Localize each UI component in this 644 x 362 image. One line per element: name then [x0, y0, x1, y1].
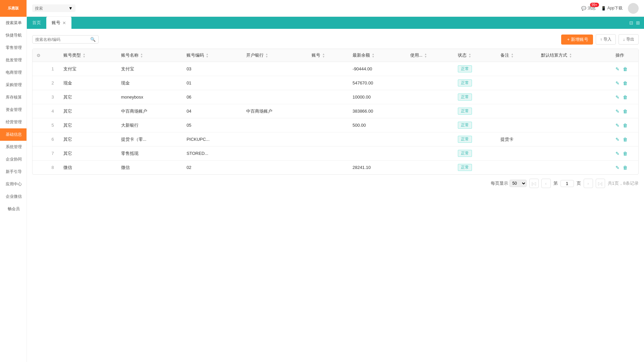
cell-usage	[406, 62, 454, 76]
cell-account	[308, 76, 348, 90]
next-page-button[interactable]: ›	[584, 179, 593, 188]
cell-note	[496, 118, 537, 132]
delete-icon[interactable]: 🗑	[623, 165, 628, 170]
cell-code: 01	[182, 76, 242, 90]
sidebar-item-wechat[interactable]: 企业微信	[0, 190, 26, 203]
add-account-button[interactable]: + 新增账号	[561, 35, 593, 45]
toolbar-right: + 新增账号 ↑ 导入 ↓ 导出	[561, 34, 639, 45]
cell-note	[496, 161, 537, 175]
col-type[interactable]: 账号类型 ▲▼	[59, 49, 117, 62]
cell-default-pay	[537, 146, 611, 161]
status-badge: 正常	[458, 136, 472, 143]
sidebar-item-retail[interactable]: 零售管理	[0, 42, 26, 54]
sidebar-item-app-center[interactable]: 应用中心	[0, 178, 26, 190]
maximize-icon[interactable]: ⊞	[636, 20, 640, 25]
sidebar-item-finance[interactable]: 资金管理	[0, 104, 26, 116]
edit-icon[interactable]: ✎	[615, 95, 620, 100]
cell-settings	[33, 76, 46, 90]
delete-icon[interactable]: 🗑	[623, 137, 628, 142]
user-avatar[interactable]	[628, 3, 639, 14]
col-num	[46, 49, 59, 62]
col-balance[interactable]: 最新余额 ▲▼	[348, 49, 406, 62]
col-bank[interactable]: 开户银行 ▲▼	[242, 49, 308, 62]
edit-icon[interactable]: ✎	[615, 123, 620, 128]
sidebar-item-search-menu[interactable]: 搜索菜单	[0, 17, 26, 29]
import-button[interactable]: ↑ 导入	[596, 34, 616, 45]
col-note[interactable]: 备注 ▲▼	[496, 49, 537, 62]
cell-num: 5	[46, 118, 59, 132]
delete-icon[interactable]: 🗑	[623, 66, 628, 72]
first-page-button[interactable]: |◁	[529, 179, 539, 188]
prev-page-button[interactable]: ‹	[541, 179, 551, 188]
sort-account-icon: ▲▼	[322, 53, 325, 58]
edit-icon[interactable]: ✎	[615, 80, 620, 86]
cell-balance	[348, 132, 406, 146]
export-icon: ↓	[623, 37, 625, 42]
delete-icon[interactable]: 🗑	[623, 151, 628, 156]
cell-usage	[406, 132, 454, 146]
edit-icon[interactable]: ✎	[615, 109, 620, 114]
sidebar-item-wholesale[interactable]: 批发管理	[0, 54, 26, 66]
cell-bank	[242, 161, 308, 175]
delete-icon[interactable]: 🗑	[623, 80, 628, 86]
export-button[interactable]: ↓ 导出	[619, 34, 639, 45]
sidebar-item-quick-nav[interactable]: 快捷导航	[0, 29, 26, 42]
topbar-left: ▼	[32, 4, 75, 12]
col-settings[interactable]: ⚙	[33, 49, 46, 62]
cell-type: 其它	[59, 118, 117, 132]
tab-account-close-icon[interactable]: ✕	[62, 20, 66, 25]
cell-action: ✎ 🗑	[611, 161, 638, 175]
cell-type: 现金	[59, 76, 117, 90]
sidebar-item-ecommerce[interactable]: 电商管理	[0, 66, 26, 79]
tab-home[interactable]: 首页	[27, 17, 46, 29]
search-box[interactable]: 🔍	[32, 35, 99, 44]
tab-account[interactable]: 账号 ✕	[46, 17, 71, 29]
minimize-icon[interactable]: ⊟	[629, 20, 633, 25]
cell-usage	[406, 76, 454, 90]
cell-usage	[406, 146, 454, 161]
table-row: 7 其它 零售抵现 STORED... 正常 ✎ 🗑	[33, 146, 638, 161]
search-icon[interactable]: 🔍	[90, 37, 96, 42]
delete-icon[interactable]: 🗑	[623, 109, 628, 114]
cell-code: 05	[182, 118, 242, 132]
per-page-select: 每页显示 50 20 100	[491, 180, 527, 187]
cell-bank	[242, 132, 308, 146]
edit-icon[interactable]: ✎	[615, 151, 620, 156]
col-account[interactable]: 账号 ▲▼	[308, 49, 348, 62]
tab-home-label: 首页	[32, 20, 41, 26]
col-usage[interactable]: 使用... ▲▼	[406, 49, 454, 62]
table-row: 1 支付宝 支付宝 03 -90444.00 正常 ✎ 🗑	[33, 62, 638, 76]
action-icons: ✎ 🗑	[615, 109, 634, 114]
edit-icon[interactable]: ✎	[615, 66, 620, 72]
cell-default-pay	[537, 104, 611, 118]
edit-icon[interactable]: ✎	[615, 165, 620, 170]
sidebar-item-purchase[interactable]: 采购管理	[0, 79, 26, 91]
cell-bank	[242, 76, 308, 90]
app-download-button[interactable]: 📱 App下载	[601, 5, 623, 11]
edit-icon[interactable]: ✎	[615, 137, 620, 142]
col-code[interactable]: 账号编码 ▲▼	[182, 49, 242, 62]
col-default-pay[interactable]: 默认结算方式 ▲▼	[537, 49, 611, 62]
sidebar-item-member[interactable]: 畅会员	[0, 203, 26, 215]
sidebar-item-agreement[interactable]: 企业协同	[0, 153, 26, 166]
per-page-dropdown[interactable]: 50 20 100	[509, 180, 527, 187]
sidebar-item-guide[interactable]: 新手引导	[0, 166, 26, 178]
cell-type: 支付宝	[59, 62, 117, 76]
cell-action: ✎ 🗑	[611, 90, 638, 104]
page-input[interactable]	[560, 180, 574, 187]
delete-icon[interactable]: 🗑	[623, 95, 628, 100]
message-button[interactable]: 💬 消息 99+	[581, 5, 596, 11]
last-page-button[interactable]: ▷|	[596, 179, 605, 188]
top-search-box[interactable]: ▼	[32, 4, 75, 12]
col-name[interactable]: 账号名称 ▲▼	[117, 49, 183, 62]
cell-status: 正常	[454, 118, 496, 132]
top-search-input[interactable]	[35, 6, 68, 11]
search-input[interactable]	[35, 37, 89, 42]
sidebar-item-system[interactable]: 系统管理	[0, 141, 26, 153]
cell-balance: -90444.00	[348, 62, 406, 76]
sidebar-item-inventory[interactable]: 库存核算	[0, 91, 26, 104]
sidebar-item-basic-info[interactable]: 基础信息	[0, 128, 26, 141]
delete-icon[interactable]: 🗑	[623, 123, 628, 128]
sidebar-item-operation[interactable]: 经营管理	[0, 116, 26, 128]
col-status[interactable]: 状态 ▲▼	[454, 49, 496, 62]
